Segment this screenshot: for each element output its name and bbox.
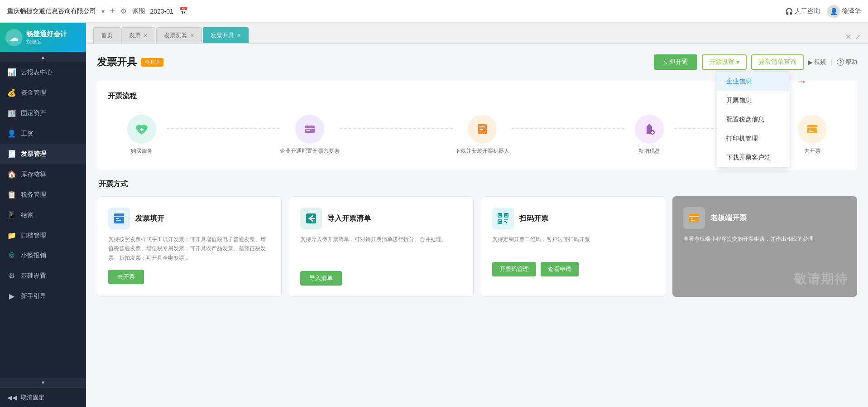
sidebar-item-tax[interactable]: 📋 税务管理 (0, 184, 86, 205)
flow-step-5: 去开票 (787, 115, 837, 155)
payment-cards: 发票填开 支持按照发票样式手工填开发票；可开具增值税电子普通发票、增值税普通发票… (97, 196, 857, 297)
sidebar-item-archive[interactable]: 📁 归档管理 (0, 225, 86, 246)
card-boss-header: 老板端开票 (683, 207, 846, 229)
sidebar-label-fixed-asset: 固定资产 (21, 109, 46, 117)
top-bar: 重庆畅捷交通信息咨询有限公司 ▾ + ⚙ 账期 2023-01 📅 🎧 人工咨询… (0, 0, 868, 23)
card-scan-buttons: 开票码管理 查看申请 (492, 262, 654, 276)
exception-btn[interactable]: 异常清单查询 (751, 54, 804, 70)
method-section: 开票方式 发票填开 支持按照发票样式手工填开发票；可开具增值税电子普通发票、增值… (97, 179, 857, 297)
sidebar-label-tax: 税务管理 (21, 191, 46, 199)
sidebar-logo: ☁ 畅捷通好会计 旗舰版 (0, 23, 86, 52)
sidebar-scroll-down[interactable]: ▼ (0, 378, 86, 388)
card-import-desc: 支持导入待开票清单，可对待开票清单进行拆分、合并处理。 (300, 235, 462, 244)
flow-step-4: 新增税盘 (624, 115, 674, 155)
card-scan-btn2[interactable]: 查看申请 (541, 262, 579, 276)
sidebar-label-invoice: 发票管理 (21, 150, 46, 158)
fixed-asset-icon: 🏢 (7, 109, 16, 117)
fill-icon (108, 208, 130, 229)
add-company-btn[interactable]: + (110, 6, 115, 16)
card-import-title: 导入开票清单 (327, 214, 371, 223)
svg-rect-6 (480, 126, 485, 127)
sidebar-item-guide[interactable]: ▶ 新手引导 (0, 286, 86, 306)
step-5-label: 去开票 (804, 147, 820, 155)
dropdown-arrow-icon[interactable]: ▾ (101, 8, 105, 15)
settings-dropdown-menu: 企业信息 → 开票信息 配置税盘信息 打印机管理 (717, 72, 789, 168)
tab-invoice-issue-close[interactable]: ✕ (237, 33, 241, 39)
dropdown-item-printer[interactable]: 打印机管理 (717, 129, 789, 148)
card-fill-desc: 支持按照发票样式手工填开发票；可开具增值税电子普通发票、增值税普通发票、增值税专… (108, 235, 270, 262)
period-value: 2023-01 (150, 8, 173, 15)
settlement-icon: 📱 (7, 211, 16, 219)
logo-subtitle: 旗舰版 (26, 39, 67, 45)
video-btn[interactable]: ▶ 视频 (808, 58, 826, 66)
step-4-icon (635, 115, 664, 144)
step-3-icon: ✓ (468, 115, 497, 144)
xiaochang-icon: © (7, 252, 16, 260)
tab-home[interactable]: 首页 (93, 27, 120, 43)
sidebar-item-fixed-asset[interactable]: 🏢 固定资产 (0, 103, 86, 123)
sidebar-item-inventory[interactable]: 🏠 库存核算 (0, 164, 86, 184)
sidebar-footer-collapse[interactable]: ◀◀ 取消固定 (0, 388, 86, 407)
step-3-label: 下载并安装开票机器人 (455, 147, 509, 155)
sidebar-item-salary[interactable]: 👤 工资 (0, 123, 86, 144)
sidebar-item-fund[interactable]: 💰 资金管理 (0, 82, 86, 103)
sidebar-scroll-up[interactable]: ▲ (0, 52, 86, 62)
tab-maximize-btn[interactable]: ⤢ (855, 33, 861, 41)
dropdown-item-download-client[interactable]: 下载开票客户端 (717, 148, 789, 167)
settings-icon[interactable]: ⚙ (120, 7, 127, 15)
salary-icon: 👤 (7, 129, 16, 138)
card-fill-title: 发票填开 (135, 214, 164, 223)
step-4-label: 新增税盘 (638, 147, 660, 155)
card-scan-desc: 支持定制开票二维码，客户端可扫码开票 (492, 235, 654, 244)
tab-invoice-issue[interactable]: 发票开具 ✕ (203, 27, 249, 43)
tab-bar: 首页 发票 ✕ 发票测算 ✕ 发票开具 ✕ ✕ ⤢ (86, 23, 868, 44)
tab-invoice-calc[interactable]: 发票测算 ✕ (156, 27, 202, 43)
connector-3 (512, 128, 625, 129)
open-btn[interactable]: 立即开通 (654, 54, 697, 70)
sidebar-item-cloud-report[interactable]: 📊 云报表中心 (0, 62, 86, 82)
sidebar-label-settlement: 结账 (21, 211, 34, 219)
svg-rect-33 (689, 214, 699, 222)
red-arrow-icon: → (797, 76, 807, 87)
tab-invoice-close[interactable]: ✕ (144, 33, 148, 39)
play-icon: ▶ (808, 59, 813, 66)
sidebar-label-salary: 工资 (21, 130, 34, 138)
sidebar-item-settlement[interactable]: 📱 结账 (0, 205, 86, 225)
import-icon (300, 208, 322, 229)
dropdown-item-invoice-info[interactable]: 开票信息 (717, 91, 789, 110)
card-import-btn[interactable]: 导入清单 (300, 271, 342, 286)
flow-step-1: 购买服务 (117, 115, 167, 155)
settings-dropdown-icon: ▾ (736, 58, 739, 66)
sidebar: ☁ 畅捷通好会计 旗舰版 ▲ 📊 云报表中心 💰 资金管理 🏢 固定资产 (0, 23, 86, 407)
sidebar-label-basic: 基础设置 (21, 272, 46, 280)
sidebar-item-basic[interactable]: ⚙ 基础设置 (0, 266, 86, 286)
user-btn[interactable]: 👤 徐泽华 (827, 5, 861, 18)
period-label: 账期 (132, 7, 145, 15)
sidebar-item-invoice[interactable]: 🧾 发票管理 (0, 144, 86, 164)
help-btn[interactable]: ? 帮助 (837, 58, 857, 66)
card-import-header: 导入开票清单 (300, 208, 462, 229)
sidebar-item-xiaochang[interactable]: © 小畅报销 (0, 246, 86, 266)
cloud-report-icon: 📊 (7, 68, 16, 77)
dropdown-item-company-info[interactable]: 企业信息 → (717, 72, 789, 91)
svg-rect-27 (499, 214, 501, 216)
sidebar-nav: 📊 云报表中心 💰 资金管理 🏢 固定资产 👤 工资 🧾 发票管理 🏠 (0, 62, 86, 378)
card-fill-btn[interactable]: 去开票 (108, 270, 144, 284)
tab-close-all-btn[interactable]: ✕ (845, 33, 851, 41)
settings-btn[interactable]: 开票设置 ▾ (702, 54, 747, 70)
sidebar-item-label: 云报表中心 (21, 68, 53, 77)
calendar-icon[interactable]: 📅 (179, 7, 188, 15)
boss-icon (683, 207, 705, 229)
card-scan-header: 扫码开票 (492, 208, 654, 229)
tab-invoice[interactable]: 发票 ✕ (121, 27, 155, 43)
top-bar-right: 🎧 人工咨询 👤 徐泽华 (785, 5, 861, 18)
invoice-icon: 🧾 (7, 150, 16, 158)
fund-icon: 💰 (7, 88, 16, 97)
support-btn[interactable]: 🎧 人工咨询 (785, 7, 820, 15)
svg-rect-2 (305, 126, 315, 133)
tab-invoice-calc-close[interactable]: ✕ (190, 33, 194, 39)
header-actions: 立即开通 开票设置 ▾ 异常清单查询 ▶ 视频 | ? 帮助 (654, 54, 857, 70)
card-scan-btn1[interactable]: 开票码管理 (492, 262, 536, 276)
svg-text:✓: ✓ (483, 131, 486, 135)
dropdown-item-tax-config[interactable]: 配置税盘信息 (717, 110, 789, 129)
